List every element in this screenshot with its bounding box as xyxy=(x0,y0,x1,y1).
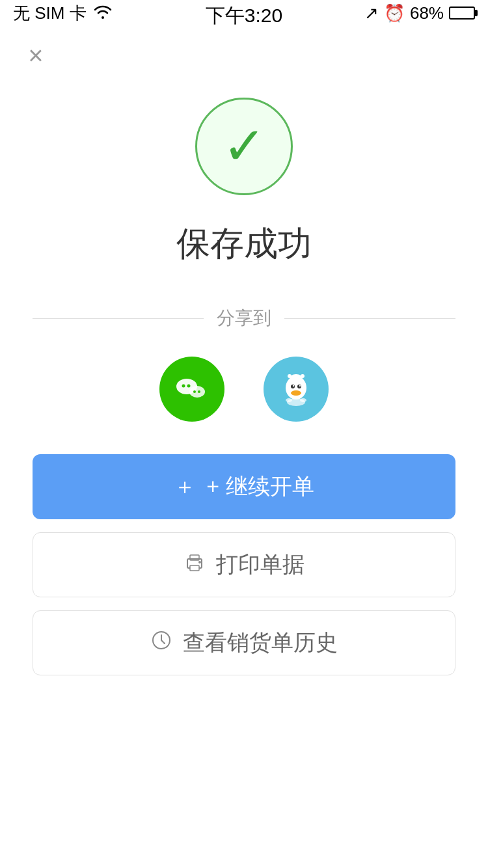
svg-point-18 xyxy=(288,374,291,378)
success-title: 保存成功 xyxy=(176,221,312,267)
svg-point-3 xyxy=(189,386,205,398)
share-label: 分享到 xyxy=(204,306,284,331)
svg-point-19 xyxy=(301,374,305,378)
history-icon xyxy=(150,629,172,657)
share-divider: 分享到 xyxy=(33,306,455,331)
print-button[interactable]: 打印单据 xyxy=(33,532,455,597)
status-right: ↗ ⏰ 68% xyxy=(364,3,475,23)
svg-point-4 xyxy=(193,390,196,393)
status-time: 下午3:20 xyxy=(206,3,282,29)
action-buttons: ＋ + 继续开单 打印单据 查看销货单历史 xyxy=(33,454,455,675)
print-icon xyxy=(183,551,206,578)
print-label: 打印单据 xyxy=(216,550,305,580)
wechat-icon xyxy=(172,370,211,409)
close-button[interactable]: × xyxy=(20,39,52,72)
svg-point-2 xyxy=(187,385,191,388)
divider-line-left xyxy=(33,318,204,319)
divider-line-right xyxy=(284,318,455,319)
svg-point-12 xyxy=(299,385,301,387)
svg-point-23 xyxy=(198,561,201,563)
svg-point-1 xyxy=(182,385,185,388)
svg-point-10 xyxy=(297,385,301,388)
qq-share-button[interactable] xyxy=(264,357,329,422)
svg-rect-21 xyxy=(190,565,199,571)
checkmark-icon: ✓ xyxy=(223,120,266,172)
no-sim-text: 无 SIM 卡 xyxy=(13,2,87,25)
qq-icon xyxy=(277,370,316,409)
share-icons xyxy=(33,357,455,422)
share-section: 分享到 xyxy=(33,306,455,422)
location-icon: ↗ xyxy=(364,3,379,23)
svg-point-17 xyxy=(290,374,303,383)
svg-point-5 xyxy=(198,390,200,393)
svg-point-13 xyxy=(291,390,301,396)
status-bar: 无 SIM 卡 下午3:20 ↗ ⏰ 68% xyxy=(0,0,488,26)
continue-label: + 继续开单 xyxy=(206,472,314,502)
wifi-icon xyxy=(93,3,113,23)
battery-icon xyxy=(449,7,475,20)
close-icon: × xyxy=(28,42,43,68)
wechat-share-button[interactable] xyxy=(159,357,224,422)
svg-point-16 xyxy=(300,398,306,402)
success-icon-circle: ✓ xyxy=(195,98,293,195)
history-button[interactable]: 查看销货单历史 xyxy=(33,610,455,675)
alarm-icon: ⏰ xyxy=(384,3,405,23)
svg-point-9 xyxy=(291,385,295,388)
status-left: 无 SIM 卡 xyxy=(13,2,113,25)
svg-point-11 xyxy=(293,385,294,387)
history-label: 查看销货单历史 xyxy=(183,628,338,658)
main-content: ✓ 保存成功 分享到 xyxy=(0,72,488,675)
battery-text: 68% xyxy=(410,3,444,23)
svg-point-15 xyxy=(286,398,292,402)
plus-icon: ＋ xyxy=(174,472,196,502)
continue-button[interactable]: ＋ + 继续开单 xyxy=(33,454,455,519)
